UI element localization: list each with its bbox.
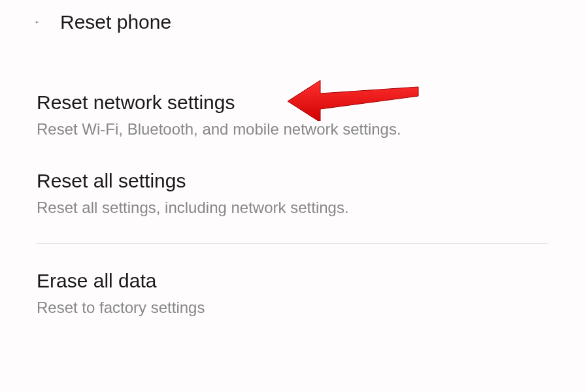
reset-network-settings-item[interactable]: Reset network settings Reset Wi-Fi, Blue… (37, 76, 548, 154)
arrow-left-icon (35, 10, 39, 34)
reset-all-settings-item[interactable]: Reset all settings Reset all settings, i… (37, 154, 548, 233)
setting-title: Erase all data (37, 270, 548, 292)
setting-title: Reset all settings (37, 170, 548, 192)
back-button[interactable] (16, 10, 39, 34)
setting-description: Reset all settings, including network se… (37, 199, 548, 217)
setting-description: Reset Wi-Fi, Bluetooth, and mobile netwo… (37, 120, 548, 139)
setting-description: Reset to factory settings (37, 299, 548, 317)
page-title: Reset phone (60, 11, 171, 33)
setting-title: Reset network settings (37, 91, 548, 114)
divider (37, 243, 548, 244)
header: Reset phone (0, 0, 585, 44)
erase-all-data-item[interactable]: Erase all data Reset to factory settings (37, 254, 548, 333)
content: Reset network settings Reset Wi-Fi, Blue… (0, 44, 585, 333)
